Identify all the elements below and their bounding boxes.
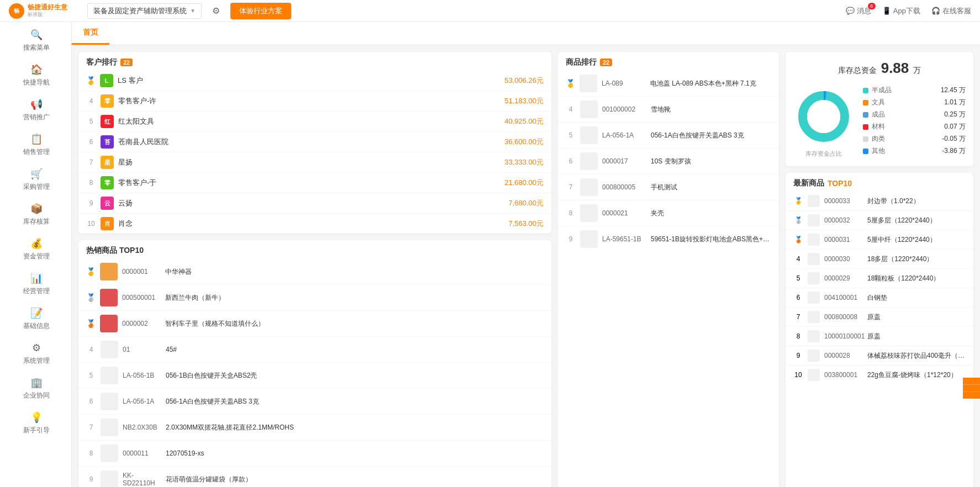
avatar: 云 <box>101 197 114 210</box>
right-column: 库存总资金 9.88 万 <box>786 52 973 487</box>
logo-text: 畅捷通好生意 标准版 <box>28 3 67 18</box>
medal-icon: 🥉 <box>793 236 803 244</box>
list-item: 8 10000100001 原盖 <box>786 327 973 346</box>
donut-chart: 库存资金占比 <box>793 86 854 158</box>
list-item: 7 000800005 手机测试 <box>558 174 779 200</box>
sidebar-item-guide[interactable]: 💡 新手引导 <box>0 405 71 440</box>
product-image <box>808 234 820 246</box>
medal-icon: 🥇 <box>566 79 575 88</box>
list-item: 🥇 0000033 封边带（1.0*22） <box>786 192 973 211</box>
list-item: 4 零 零售客户-许 51,183.00元 <box>78 91 551 112</box>
sidebar-item-finance[interactable]: 💰 资金管理 <box>0 231 71 266</box>
avatar: 肖 <box>101 217 114 230</box>
online-service-item[interactable]: 🎧 在线客服 <box>931 6 971 16</box>
product-image <box>808 272 820 284</box>
sidebar-item-system[interactable]: ⚙ 系统管理 <box>0 335 71 370</box>
product-image <box>100 315 118 332</box>
product-ranking-title: 商品排行 22 <box>566 57 612 67</box>
system-selector[interactable]: 装备及固定资产辅助管理系统 ▼ <box>87 3 202 19</box>
finance-icon: 💰 <box>30 237 43 250</box>
trial-button[interactable]: 体验行业方案 <box>230 3 291 19</box>
legend-dot <box>863 149 868 154</box>
product-ranking-card: 商品排行 22 🥇 LA-089 电池盖 LA-089 ABS本色+黑种 7.1… <box>558 52 779 487</box>
customer-service-btn[interactable]: 客服热线 <box>963 378 980 385</box>
service-community-btn[interactable]: 服务社区 <box>963 385 980 392</box>
product-image <box>101 444 118 462</box>
sidebar: 🔍 搜索菜单 🏠 快捷导航 📢 营销推广 📋 销售管理 🛒 采购管理 📦 库存核… <box>0 22 72 487</box>
list-item: 8 0000011 12070519-xs <box>78 441 551 467</box>
list-item: 9 0000028 体械荔枝味苏打饮品400毫升（1*15） <box>786 346 973 366</box>
list-item: 4 01 45# <box>78 337 551 363</box>
sidebar-item-marketing[interactable]: 📢 营销推广 <box>0 92 71 126</box>
list-item: 4 0000030 18多层（1220*2440） <box>786 250 973 269</box>
product-image <box>580 100 598 118</box>
product-image <box>808 253 820 265</box>
legend-item: 肉类 -0.05 万 <box>863 134 966 144</box>
marketing-icon: 📢 <box>30 98 43 110</box>
live-stream-btn[interactable]: 直播 <box>963 392 980 399</box>
sidebar-item-sales[interactable]: 📋 销售管理 <box>0 126 71 161</box>
avatar: 零 <box>101 94 114 108</box>
sidebar-item-inventory[interactable]: 📦 库存核算 <box>0 196 71 231</box>
avatar: 红 <box>101 115 114 128</box>
app-download-item[interactable]: 📱 App下载 <box>882 6 920 16</box>
list-item: 6 LA-056-1A 056-1A白色按键开关盖ABS 3克 <box>78 389 551 415</box>
legend-dot <box>863 112 868 118</box>
list-item: 6 0000017 10S 变制罗孩 <box>558 149 779 174</box>
basic-icon: 📝 <box>30 307 43 319</box>
product-image <box>580 204 598 222</box>
donut-legend: 半成品 12.45 万 文具 1.01 万 成品 0 <box>863 86 966 158</box>
product-image <box>100 263 118 280</box>
logo-icon: 畅 <box>9 3 24 19</box>
product-image <box>808 292 820 304</box>
list-item: 9 LA-59651-1B 59651-1B旋转投影灯电池盒ABS黑色+58克 <box>558 226 779 252</box>
medal-icon: 🥇 <box>86 267 96 276</box>
hot-products-title: 热销商品 TOP10 <box>86 246 144 256</box>
product-ranking-badge: 22 <box>600 59 612 66</box>
donut-chart-container: 库存资金占比 半成品 12.45 万 文具 1.01 万 <box>793 86 966 158</box>
hot-products-card: 热销商品 TOP10 🥇 0000001 中华神器 🥈 <box>78 240 551 487</box>
legend-dot <box>863 136 868 142</box>
home-icon: 🏠 <box>30 63 43 76</box>
product-image <box>579 75 597 92</box>
sidebar-item-purchase[interactable]: 🛒 采购管理 <box>0 161 71 196</box>
medal-icon: 🥉 <box>86 319 96 328</box>
inventory-total: 库存总资金 9.88 万 <box>793 60 966 77</box>
system-icon: ⚙ <box>32 342 41 354</box>
sidebar-item-basic[interactable]: 📝 基础信息 <box>0 300 71 335</box>
product-image <box>101 419 118 436</box>
settings-icon[interactable]: ⚙ <box>208 3 224 19</box>
search-icon: 🔍 <box>30 29 43 41</box>
sidebar-item-enterprise[interactable]: 🏢 企业协同 <box>0 370 71 405</box>
list-item: 10 肖 肖念 7,563.00元 <box>78 214 551 234</box>
product-image <box>580 230 598 248</box>
sidebar-item-operation[interactable]: 📊 经营管理 <box>0 266 71 300</box>
content-area: 客户排行 22 🥇 L LS 客户 53,006.26元 4 <box>72 45 980 487</box>
tab-home[interactable]: 首页 <box>72 22 109 45</box>
list-item: 7 000800008 原盖 <box>786 308 973 327</box>
purchase-icon: 🛒 <box>30 168 43 180</box>
customer-ranking-card: 客户排行 22 🥇 L LS 客户 53,006.26元 4 <box>78 52 551 234</box>
enterprise-icon: 🏢 <box>30 377 43 389</box>
main-content: 首页 客户排行 22 🥇 L <box>72 22 980 487</box>
mobile-icon: 📱 <box>882 7 891 15</box>
sidebar-item-quicknav[interactable]: 🏠 快捷导航 <box>0 57 71 92</box>
top-right-area: 💬 消息 6 📱 App下载 🎧 在线客服 <box>846 6 971 16</box>
latest-products-list: 🥇 0000033 封边带（1.0*22） 🥈 0000032 5厘多层（122… <box>786 192 973 384</box>
list-item: 5 LA-056-1B 056-1B白色按键开关盒ABS2壳 <box>78 363 551 389</box>
avatar: L <box>100 74 113 87</box>
float-service: 客服热线 服务社区 直播 <box>963 378 980 399</box>
legend-dot <box>863 124 868 130</box>
top-bar: 畅 畅捷通好生意 标准版 装备及固定资产辅助管理系统 ▼ ⚙ 体验行业方案 💬 … <box>0 0 980 22</box>
avatar: 苔 <box>101 135 114 149</box>
list-item: 5 LA-056-1A 056-1A白色按键开关盖ABS 3克 <box>558 123 779 149</box>
customer-ranking-title: 客户排行 22 <box>86 57 133 67</box>
list-item: 6 苔 苍南县人民医院 36,600.00元 <box>78 132 551 152</box>
product-image <box>808 350 820 362</box>
product-image <box>808 330 820 342</box>
product-image <box>101 470 118 487</box>
customer-ranking-list: 🥇 L LS 客户 53,006.26元 4 零 零售客户-许 51,183.0… <box>78 71 551 234</box>
sidebar-item-search[interactable]: 🔍 搜索菜单 <box>0 22 71 57</box>
product-image <box>808 369 820 381</box>
messages-item[interactable]: 💬 消息 6 <box>846 6 871 16</box>
